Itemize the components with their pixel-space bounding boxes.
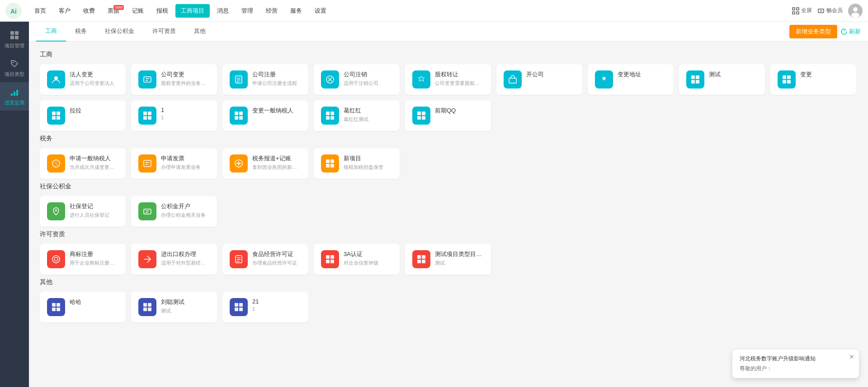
avatar[interactable] (848, 4, 863, 18)
refresh-button[interactable]: 刷新 (841, 28, 861, 36)
card-text-2-1: 公积金开户 办理公积金相关业务 (161, 202, 210, 219)
card-desc-4-1: 测试 (161, 308, 210, 314)
nav-settings[interactable]: 设置 (309, 4, 332, 18)
card-text-0-0: 法人变更 适用于公司变更法人 (70, 70, 118, 87)
card-4-0[interactable]: 哈哈 (40, 292, 126, 322)
card-title-3-3: 3A认证 (344, 250, 392, 258)
svg-rect-57 (330, 164, 334, 168)
app-logo[interactable]: Ai (5, 3, 22, 19)
card-title-3-0: 商标注册 (70, 250, 118, 258)
svg-rect-80 (239, 303, 243, 307)
svg-rect-63 (326, 255, 330, 259)
card-3-3[interactable]: 3A认证 对企业信誉评级 (314, 244, 400, 275)
fullscreen-btn[interactable]: 全屏 (792, 7, 812, 14)
svg-point-58 (55, 210, 57, 211)
card-1-1[interactable]: 申请发票 办理申请发票业务 (131, 148, 217, 179)
nav-bookkeeping[interactable]: 记账 (127, 4, 149, 18)
svg-point-8 (853, 7, 858, 12)
nav-customer[interactable]: 客户 (53, 4, 76, 18)
section-xuke: 许可资质 商标注册 用于企业商标注册服务 (40, 230, 857, 275)
sidebar: 项目管理 项目类型 进度监测 (0, 22, 29, 387)
sidebar-item-project-manage[interactable]: 项目管理 (0, 25, 29, 54)
svg-rect-43 (326, 112, 330, 115)
card-icon-0-11 (230, 107, 248, 125)
svg-rect-68 (422, 255, 425, 259)
card-0-5[interactable]: 开公司 (496, 64, 582, 95)
nav-tax[interactable]: 报税 (151, 4, 174, 18)
card-text-3-4: 测试项目类型目定义 测试 (435, 250, 484, 266)
svg-rect-44 (330, 112, 334, 115)
nav-fee[interactable]: 收费 (78, 4, 100, 18)
card-2-0[interactable]: 社保登记 进行人员社保登记 (40, 196, 126, 227)
svg-point-61 (54, 257, 58, 261)
new-type-button[interactable]: 新增业务类型 (789, 25, 837, 38)
card-title-0-5: 开公司 (526, 70, 575, 79)
card-icon-0-7 (686, 70, 704, 89)
card-0-7[interactable]: 测试 (679, 64, 765, 95)
svg-rect-36 (148, 112, 151, 115)
card-icon-0-2 (230, 70, 248, 89)
nav-message[interactable]: 消息 (212, 4, 234, 18)
tab-xuke[interactable]: 许可资质 (143, 22, 185, 42)
card-title-4-1: 刘聪测试 (161, 298, 210, 306)
card-icon-0-0 (47, 70, 65, 89)
card-0-6[interactable]: 变更地址 (588, 64, 674, 95)
card-3-1[interactable]: 进出口权办理 适用于对外贸易经营者 (131, 244, 217, 275)
nav-business[interactable]: 工商项目 (175, 4, 210, 18)
card-3-0[interactable]: 商标注册 用于企业商标注册服务 (40, 244, 126, 275)
card-0-3[interactable]: 公司注销 适用于注销公司 (314, 64, 400, 95)
card-text-0-7: 测试 (709, 70, 758, 80)
card-title-3-2: 食品经营许可证 (252, 250, 301, 258)
nav-home[interactable]: 首页 (29, 4, 52, 18)
tab-other[interactable]: 其他 (185, 22, 215, 42)
card-1-3[interactable]: 新项目 报税加税控盘保管 (314, 148, 400, 179)
card-0-12[interactable]: 葛红红 葛红红测试 (314, 100, 400, 131)
nav-service[interactable]: 服务 (285, 4, 307, 18)
card-title-4-0: 哈哈 (70, 298, 118, 306)
card-4-2[interactable]: 21 1 (222, 292, 308, 322)
sidebar-label-progress: 进度监测 (5, 99, 24, 106)
card-text-1-2: 税务报道+记账 拿到营业执照的新公司 (252, 154, 301, 171)
card-icon-0-8 (778, 70, 796, 89)
nav-ticket[interactable]: 票据 new (102, 4, 125, 18)
sidebar-item-progress[interactable]: 进度监测 (0, 82, 29, 111)
card-0-0[interactable]: 法人变更 适用于公司变更法人 (40, 64, 126, 95)
nav-operation[interactable]: 经营 (260, 4, 283, 18)
card-title-1-0: 申请一般纳税人 (70, 154, 118, 163)
card-icon-3-1 (138, 250, 156, 268)
card-0-13[interactable]: 前期QQ (405, 100, 491, 131)
card-icon-0-13 (412, 107, 430, 125)
sidebar-item-project-type[interactable]: 项目类型 (0, 54, 29, 82)
svg-rect-24 (696, 75, 699, 79)
card-title-1-2: 税务报道+记账 (252, 154, 301, 163)
tabbar-tabs: 工商 税务 社保公积金 许可资质 其他 (36, 22, 789, 42)
svg-rect-50 (422, 116, 425, 120)
card-0-8[interactable]: 变更 (770, 64, 856, 95)
notification-close-btn[interactable]: ✕ (849, 353, 854, 360)
card-desc-0-3: 适用于注销公司 (344, 80, 392, 87)
card-3-2[interactable]: 食品经营许可证 办理食品经营许可证 (222, 244, 308, 275)
card-text-0-6: 变更地址 (618, 70, 666, 80)
card-title-0-11: 变更一般纳税人 (252, 107, 301, 115)
nav-manage[interactable]: 管理 (236, 4, 259, 18)
card-1-0[interactable]: 申请一般纳税人 当月或次月成变更完成 (40, 148, 126, 179)
tab-shuiwu[interactable]: 税务 (66, 22, 96, 42)
section-title-xuke: 许可资质 (40, 230, 857, 238)
card-1-2[interactable]: 税务报道+记账 拿到营业执照的新公司 (222, 148, 308, 179)
card-2-1[interactable]: 公积金开户 办理公积金相关业务 (131, 196, 217, 227)
main-scroll[interactable]: 工商 法人变更 适用于公司变更法人 (29, 42, 868, 387)
tab-shebao[interactable]: 社保公积金 (96, 22, 143, 42)
card-desc-0-0: 适用于公司变更法人 (70, 80, 118, 87)
cards-grid-gongshang: 法人变更 适用于公司变更法人 公司变更 股权变更外的业务变更 (40, 64, 857, 131)
card-0-9[interactable]: 拉拉 (40, 100, 126, 131)
card-0-1[interactable]: 公司变更 股权变更外的业务变更 (131, 64, 217, 95)
tab-gongshang[interactable]: 工商 (36, 22, 66, 42)
member-btn[interactable]: 畅会员 (817, 7, 843, 14)
card-0-2[interactable]: 公司注册 申请公司注册全流程 (222, 64, 308, 95)
card-0-4[interactable]: 股权转让 公司变更需要股权转让 (405, 64, 491, 95)
card-desc-0-10: 1 (161, 115, 210, 120)
card-0-10[interactable]: 1 1 (131, 100, 217, 131)
card-3-4[interactable]: 测试项目类型目定义 测试 (405, 244, 491, 275)
card-0-11[interactable]: 变更一般纳税人 (222, 100, 308, 131)
card-4-1[interactable]: 刘聪测试 测试 (131, 292, 217, 322)
